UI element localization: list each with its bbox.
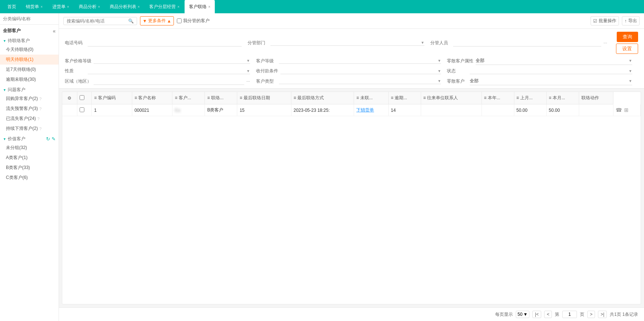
row-this-month <box>579 104 613 116</box>
sidebar-item-churned[interactable]: 已流失客户(24) ? <box>0 114 59 124</box>
sidebar-search-input[interactable] <box>3 16 58 21</box>
payment-dropdown-icon: ▼ <box>437 69 441 73</box>
filter-status-select[interactable]: ▼ <box>470 68 632 74</box>
filter-cell-manager: 分管人员 ··· <box>430 39 613 46</box>
close-stratify-icon[interactable]: × <box>177 5 179 9</box>
nav-home[interactable]: 首页 <box>3 0 21 13</box>
row-contact-count: 15 <box>237 104 291 116</box>
table-area: ⚙ ≡ 客户编码 ≡ 客户名称 ≡ 客户... ≡ 联络... ≡ 最后联络日期… <box>62 92 641 304</box>
table-col-this-year[interactable]: ≡ 本年... <box>482 92 514 104</box>
close-sales-icon[interactable]: × <box>41 5 43 9</box>
page-size-select[interactable]: 50 ▼ <box>516 311 529 318</box>
select-all-checkbox[interactable] <box>80 95 84 100</box>
table-col-last-date[interactable]: ≡ 最后联络日期 <box>237 92 291 104</box>
search-input[interactable] <box>67 18 127 24</box>
close-contact-icon[interactable]: × <box>208 5 210 9</box>
filter-cell-status: 状态 ▼ <box>447 68 638 74</box>
first-page-btn[interactable]: |< <box>532 311 541 318</box>
sidebar-item-7days[interactable]: 近7天待联络(0) <box>0 65 59 75</box>
prev-page-btn[interactable]: < <box>544 311 552 318</box>
sidebar-item-today[interactable]: 今天待联络(0) <box>0 45 59 55</box>
filter-cell-dept: 分管部门 ▼ <box>248 40 430 46</box>
close-product-list-icon[interactable]: × <box>138 5 140 9</box>
filter-dept-select[interactable]: ▼ <box>270 40 424 46</box>
batch-ops-btn[interactable]: ☑ 批量操作 <box>591 16 619 25</box>
value-group-edit-icon[interactable]: ✎ <box>52 136 56 142</box>
filter-region-input[interactable] <box>94 78 244 85</box>
region-ellipsis-icon[interactable]: ··· <box>246 79 250 84</box>
filter-cell-level: 客户等级 ▼ <box>256 58 447 64</box>
sidebar-collapse-btn[interactable]: « <box>53 28 56 34</box>
filter-gender-select[interactable]: ▼ <box>88 68 250 74</box>
export-icon: ↑ <box>624 18 627 24</box>
table-col-last-month[interactable]: ≡ 上月... <box>514 92 546 104</box>
table-col-contact-person[interactable]: ≡ 往来单位联系人 <box>421 92 482 104</box>
table-col-type[interactable]: ≡ 客户... <box>172 92 205 104</box>
sidebar-item-ungrouped[interactable]: 未分组(32) <box>0 143 59 153</box>
sidebar-item-declining[interactable]: 持续下滑客户(2) ? <box>0 124 59 134</box>
table-gear-col[interactable]: ⚙ <box>62 92 77 104</box>
sidebar: 🔍 全部客户 « 待联络客户 今天待联络(0) 明天待联络(1) 近7天待联络(… <box>0 13 59 321</box>
next-page-btn[interactable]: > <box>587 311 595 318</box>
nav-purchase[interactable]: 进货单 × <box>48 0 74 13</box>
filter-cell-cust-type: 客户类型 ▼ <box>256 78 447 84</box>
row-checkbox[interactable] <box>80 107 84 112</box>
sidebar-item-overdue[interactable]: 逾期未联络(30) <box>0 75 59 84</box>
sidebar-item-tomorrow[interactable]: 明天待联络(1) <box>0 55 59 65</box>
filter-retail-cust-select[interactable]: 全部 ▼ <box>470 77 632 85</box>
table-col-this-month[interactable]: ≡ 本月... <box>546 92 579 104</box>
action-phone-icon[interactable]: ☎ <box>616 107 622 113</box>
data-table: ⚙ ≡ 客户编码 ≡ 客户名称 ≡ 客户... ≡ 联络... ≡ 最后联络日期… <box>62 92 641 116</box>
nav-product-analysis[interactable]: 商品分析 × <box>74 0 105 13</box>
value-group-refresh-icon[interactable]: ↻ <box>46 136 50 142</box>
nav-customer-stratify[interactable]: 客户分层经营 × <box>145 0 184 13</box>
table-col-name[interactable]: ≡ 客户名称 <box>132 92 172 104</box>
filter-payment-select[interactable]: ▼ <box>280 68 441 74</box>
export-btn[interactable]: ↑ 导出 <box>622 16 640 25</box>
pagination: 每页显示 50 ▼ |< < 第 页 > >| 共1页 1条记录 <box>59 307 644 321</box>
filter-cust-type-select[interactable]: ▼ <box>279 78 441 84</box>
sidebar-item-churn-warning[interactable]: 流失预警客户(3) ? <box>0 104 59 114</box>
table-col-code[interactable]: ≡ 客户编码 <box>92 92 132 104</box>
my-customers-checkbox[interactable] <box>177 18 182 23</box>
filter-level-select[interactable]: ▼ <box>279 58 441 64</box>
table-col-last-type[interactable]: ≡ 最后联络方式 <box>291 92 354 104</box>
nav-sales[interactable]: 销货单 × <box>21 0 47 13</box>
close-product-analysis-icon[interactable]: × <box>98 5 100 9</box>
group-problem-customers: 问题客户 <box>0 84 59 94</box>
sidebar-item-abnormal-repurchase[interactable]: 回购异常客户(2) ? <box>0 94 59 104</box>
filter-manager-input[interactable] <box>453 39 601 46</box>
page-input[interactable] <box>562 311 577 318</box>
settings-btn[interactable]: 设置 <box>616 44 638 54</box>
filter-value-level-select[interactable]: ▼ <box>94 58 250 64</box>
action-more-icon[interactable]: ⊞ <box>624 107 629 113</box>
sidebar-item-class-b[interactable]: B类客户(33) <box>0 163 59 173</box>
table-col-contact-count[interactable]: ≡ 联络... <box>205 92 237 104</box>
filter-row-1: 电话号码 分管部门 ▼ 分管人员 ··· 查询 设置 <box>65 32 638 54</box>
sidebar-item-class-c[interactable]: C类客户(6) <box>0 173 59 183</box>
table-col-no-contact[interactable]: ≡ 未联... <box>354 92 389 104</box>
sidebar-item-class-a[interactable]: A类客户(1) <box>0 153 59 163</box>
manager-ellipsis-icon[interactable]: ··· <box>603 40 607 45</box>
table-col-overdue[interactable]: ≡ 逾期... <box>388 92 421 104</box>
table-col-actions: 联络动作 <box>579 92 613 104</box>
row-overdue <box>421 104 482 116</box>
query-btn[interactable]: 查询 <box>617 32 638 42</box>
filter-phone-input[interactable] <box>88 39 242 46</box>
row-last-type: 下销货单 <box>354 104 389 116</box>
main-layout: 🔍 全部客户 « 待联络客户 今天待联络(0) 明天待联络(1) 近7天待联络(… <box>0 13 644 321</box>
close-purchase-icon[interactable]: × <box>67 5 69 9</box>
last-page-btn[interactable]: >| <box>598 311 607 318</box>
help-icon-3: ? <box>37 117 39 121</box>
nav-product-list[interactable]: 商品分析列表 × <box>105 0 144 13</box>
cust-type-dropdown-icon: ▼ <box>437 79 441 83</box>
dept-dropdown-icon: ▼ <box>421 41 424 45</box>
row-actions: ☎ ⊞ <box>613 104 641 116</box>
filter-row-4: 区域（地区） ··· 客户类型 ▼ 零散客户 全部 ▼ <box>65 77 638 85</box>
search-submit-icon[interactable]: 🔍 <box>128 18 134 24</box>
nav-customer-contact[interactable]: 客户联络 × <box>185 0 215 13</box>
search-bar-right: ☑ 批量操作 ↑ 导出 <box>591 16 640 25</box>
my-customers-label[interactable]: 我分管的客户 <box>177 18 210 24</box>
filter-retail-attr-select[interactable]: 全部 ▼ <box>476 57 632 65</box>
more-conditions-btn[interactable]: ▼ 更多条件 ▲ <box>140 16 174 25</box>
